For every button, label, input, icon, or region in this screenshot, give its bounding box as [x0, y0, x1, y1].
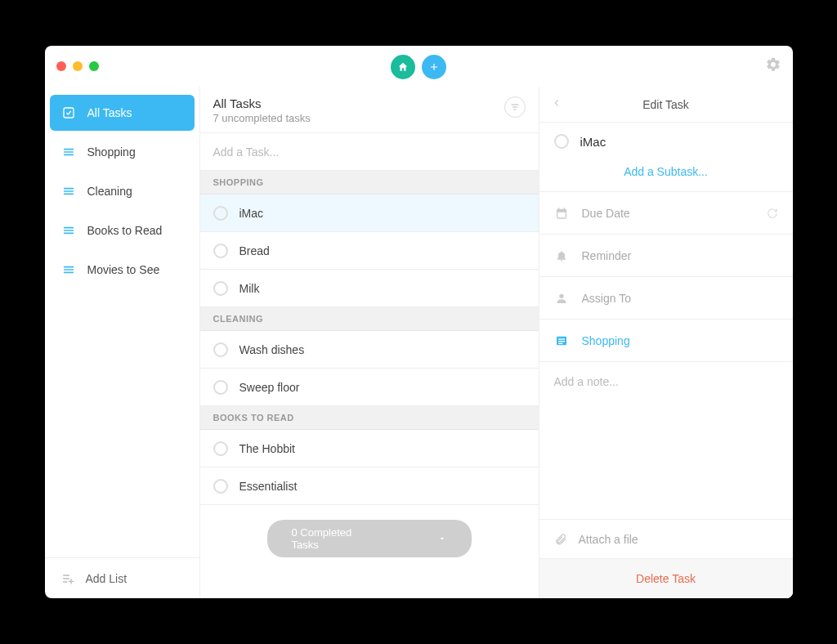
due-date-label: Due Date — [582, 207, 630, 220]
filter-button[interactable] — [504, 96, 526, 118]
sidebar-item-cleaning[interactable]: Cleaning — [50, 173, 195, 209]
section-header: CLEANING — [200, 307, 539, 331]
gear-icon — [765, 56, 781, 73]
sidebar-item-label: All Tasks — [87, 106, 132, 119]
due-date-row[interactable]: Due Date — [539, 192, 793, 235]
close-window-button[interactable] — [56, 61, 66, 71]
task-checkbox[interactable] — [213, 342, 228, 357]
task-checkbox[interactable] — [213, 206, 228, 221]
list-icon — [61, 262, 76, 277]
add-subtask-button[interactable]: Add a Subtask... — [539, 160, 793, 192]
note-placeholder: Add a note... — [554, 375, 619, 388]
app-window: All Tasks Shopping Cleaning Books to Rea… — [45, 46, 793, 598]
bell-icon — [554, 249, 569, 262]
task-row[interactable]: Sweep floor — [200, 369, 539, 406]
task-label: Wash dishes — [239, 343, 305, 356]
sidebar-item-shopping[interactable]: Shopping — [50, 134, 195, 170]
sidebar: All Tasks Shopping Cleaning Books to Rea… — [45, 87, 200, 598]
sidebar-item-label: Cleaning — [87, 185, 132, 198]
svg-rect-24 — [558, 342, 562, 343]
task-label: Milk — [239, 282, 260, 295]
task-label: iMac — [239, 207, 264, 220]
sidebar-item-label: Books to Read — [87, 224, 163, 237]
minimize-window-button[interactable] — [73, 61, 83, 71]
delete-task-button[interactable]: Delete Task — [539, 559, 793, 598]
add-list-icon — [61, 572, 74, 585]
task-list-panel: All Tasks 7 uncompleted tasks Add a Task… — [200, 87, 539, 598]
settings-button[interactable] — [765, 56, 781, 76]
detail-title: Edit Task — [642, 98, 689, 111]
home-button[interactable] — [391, 55, 415, 79]
toolbar-center — [391, 55, 446, 79]
sidebar-item-label: Shopping — [87, 145, 136, 159]
svg-rect-0 — [64, 108, 74, 118]
detail-header: Edit Task — [539, 87, 793, 123]
list-subtitle: 7 uncompleted tasks — [213, 112, 311, 124]
list-row[interactable]: Shopping — [539, 320, 793, 362]
completed-tasks-toggle[interactable]: 0 Completed Tasks — [267, 520, 472, 557]
assign-row[interactable]: Assign To — [539, 277, 793, 320]
checkbox-icon — [61, 105, 76, 120]
traffic-lights — [56, 61, 99, 71]
add-subtask-label: Add a Subtask... — [624, 165, 708, 178]
list-icon — [554, 334, 569, 347]
section-header: SHOPPING — [200, 171, 539, 195]
home-icon — [397, 61, 409, 73]
attach-file-button[interactable]: Attach a file — [539, 520, 793, 559]
task-checkbox[interactable] — [554, 134, 569, 149]
add-task-placeholder: Add a Task... — [213, 145, 280, 159]
paperclip-icon — [554, 533, 567, 546]
task-row[interactable]: Wash dishes — [200, 331, 539, 369]
task-label: Sweep floor — [239, 381, 300, 394]
svg-rect-23 — [558, 341, 565, 342]
task-row[interactable]: Milk — [200, 270, 539, 307]
task-checkbox[interactable] — [213, 479, 228, 494]
list-title: All Tasks — [213, 96, 311, 110]
reminder-label: Reminder — [582, 249, 632, 262]
task-row[interactable]: Essentialist — [200, 467, 539, 505]
add-list-button[interactable]: Add List — [45, 557, 199, 598]
add-list-label: Add List — [86, 572, 128, 585]
attach-label: Attach a file — [579, 533, 638, 546]
add-task-input[interactable]: Add a Task... — [200, 133, 539, 171]
list-icon — [61, 145, 76, 159]
svg-rect-22 — [558, 338, 565, 339]
note-input[interactable]: Add a note... — [539, 362, 793, 520]
sidebar-item-all-tasks[interactable]: All Tasks — [50, 95, 195, 131]
list-icon — [61, 184, 76, 199]
list-label: Shopping — [582, 334, 630, 347]
list-header: All Tasks 7 uncompleted tasks — [200, 87, 539, 133]
fullscreen-window-button[interactable] — [89, 61, 99, 71]
delete-label: Delete Task — [636, 572, 696, 585]
sidebar-item-label: Movies to See — [87, 263, 160, 276]
sidebar-item-movies[interactable]: Movies to See — [50, 252, 195, 288]
section-header: BOOKS TO READ — [200, 406, 539, 430]
plus-icon — [428, 61, 440, 73]
calendar-icon — [554, 207, 569, 220]
task-checkbox[interactable] — [213, 441, 228, 456]
sidebar-item-books[interactable]: Books to Read — [50, 212, 195, 248]
list-icon — [61, 223, 76, 238]
assign-label: Assign To — [582, 292, 631, 305]
titlebar — [45, 46, 793, 87]
sidebar-spacer — [45, 289, 199, 557]
reminder-row[interactable]: Reminder — [539, 235, 793, 277]
task-checkbox[interactable] — [213, 380, 228, 395]
person-icon — [554, 292, 569, 305]
task-row[interactable]: Bread — [200, 232, 539, 270]
task-row[interactable]: The Hobbit — [200, 430, 539, 467]
add-button[interactable] — [422, 55, 446, 79]
task-checkbox[interactable] — [213, 244, 228, 258]
task-checkbox[interactable] — [213, 281, 228, 296]
task-detail-panel: Edit Task iMac Add a Subtask... Due Date — [539, 87, 793, 598]
task-label: Essentialist — [239, 480, 298, 493]
task-label: Bread — [239, 244, 270, 257]
completed-tasks-label: 0 Completed Tasks — [292, 526, 380, 551]
task-row[interactable]: iMac — [200, 195, 539, 232]
chevron-down-icon — [437, 534, 447, 543]
refresh-icon — [767, 208, 778, 219]
detail-task-name[interactable]: iMac — [580, 135, 606, 149]
chevron-left-icon — [551, 97, 562, 109]
back-button[interactable] — [551, 97, 562, 111]
detail-task-row: iMac — [539, 123, 793, 160]
